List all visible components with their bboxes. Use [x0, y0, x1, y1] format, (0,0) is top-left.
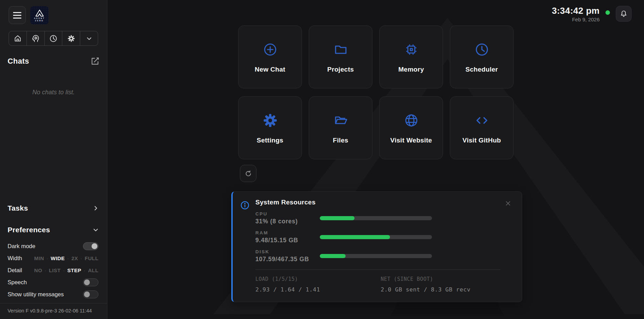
home-button[interactable]	[9, 31, 27, 45]
dark-mode-label: Dark mode	[8, 243, 35, 249]
plus-circle-icon	[263, 42, 278, 57]
refresh-button[interactable]	[240, 165, 256, 182]
card-label: Projects	[327, 66, 354, 73]
chats-empty-message: No chats to list.	[0, 89, 107, 96]
detail-option-list[interactable]: LIST	[49, 267, 61, 273]
ram-progress-track	[320, 235, 432, 239]
load-label: LOAD (1/5/15)	[255, 276, 381, 282]
ram-value: 9.48/15.15 GB	[255, 237, 320, 244]
chats-title: Chats	[8, 57, 29, 66]
disk-progress-fill	[320, 254, 346, 258]
disk-row: DISK 107.59/467.35 GB	[255, 249, 510, 263]
notifications-button[interactable]	[616, 6, 632, 22]
connection-status-dot	[605, 10, 610, 15]
version-text: Version F v0.9.8-pre-3 26-02-06 11:44	[8, 308, 99, 313]
chip-icon	[404, 42, 419, 57]
detail-label: Detail	[8, 267, 22, 274]
disk-progress-track	[320, 254, 432, 258]
sidebar-top: AGENT ZERO	[9, 6, 49, 24]
cpu-row: CPU 31% (8 cores)	[255, 211, 510, 225]
stats-row: LOAD (1/5/15) 2.93 / 1.64 / 1.41 NET (SI…	[255, 276, 510, 293]
folder-icon	[333, 42, 348, 57]
agent-memory-button[interactable]	[27, 31, 45, 45]
clock-icon	[474, 42, 489, 57]
card-label: Scheduler	[465, 66, 498, 73]
utility-messages-toggle[interactable]	[83, 290, 98, 298]
chevron-down-icon	[86, 35, 92, 42]
card-label: Settings	[257, 137, 283, 144]
panel-title: System Resources	[255, 199, 510, 206]
logo-triangle-icon	[35, 10, 44, 17]
close-icon[interactable]	[504, 199, 512, 208]
net-label: NET (SINCE BOOT)	[381, 276, 471, 282]
disk-label: DISK	[255, 249, 320, 254]
visit-github-card[interactable]: Visit GitHub	[450, 96, 514, 159]
code-icon	[474, 113, 489, 128]
system-resources-panel: System Resources CPU 31% (8 cores) RAM 9…	[231, 191, 522, 302]
width-option-min[interactable]: MIN	[34, 255, 44, 261]
home-icon	[14, 34, 22, 42]
hamburger-menu-button[interactable]	[9, 6, 26, 24]
folder-open-icon	[333, 113, 348, 128]
card-label: Visit Website	[390, 137, 432, 144]
panel-divider	[255, 269, 500, 270]
ram-progress-fill	[320, 235, 390, 239]
version-bar: Version F v0.9.8-pre-3 26-02-06 11:44	[0, 303, 107, 319]
visit-website-card[interactable]: Visit Website	[379, 96, 443, 159]
card-label: Memory	[398, 66, 424, 73]
option-separator: ·	[46, 255, 48, 261]
width-options: MIN · WIDE · 2X · FULL	[34, 255, 98, 261]
settings-button[interactable]	[62, 31, 80, 45]
disk-value: 107.59/467.35 GB	[255, 256, 320, 263]
option-separator: ·	[45, 267, 46, 273]
new-chat-card[interactable]: New Chat	[238, 25, 302, 88]
width-option-full[interactable]: FULL	[85, 255, 98, 261]
globe-icon	[404, 113, 419, 128]
sidebar: AGENT ZERO	[0, 0, 107, 319]
clock-block: 3:34:42 pm Feb 9, 2026	[552, 6, 600, 22]
detail-options: NO · LIST · STEP · ALL	[34, 267, 98, 273]
memory-card[interactable]: Memory	[379, 25, 443, 88]
width-option-wide[interactable]: WIDE	[51, 255, 65, 261]
projects-card[interactable]: Projects	[309, 25, 372, 88]
cpu-progress-track	[320, 216, 432, 220]
detail-option-all[interactable]: ALL	[88, 267, 98, 273]
scheduler-button[interactable]	[45, 31, 63, 45]
head-gear-icon	[31, 34, 40, 43]
width-label: Width	[8, 255, 22, 262]
detail-option-step[interactable]: STEP	[67, 267, 81, 273]
logo-text-zero: ZERO	[35, 20, 44, 22]
ram-row: RAM 9.48/15.15 GB	[255, 230, 510, 244]
pref-row-speech: Speech	[8, 276, 98, 288]
files-card[interactable]: Files	[309, 96, 372, 159]
new-chat-edit-icon[interactable]	[91, 57, 99, 66]
bell-icon	[620, 10, 627, 18]
cpu-label: CPU	[255, 211, 320, 216]
tasks-section-toggle[interactable]: Tasks	[8, 201, 99, 215]
load-value: 2.93 / 1.64 / 1.41	[255, 286, 381, 293]
speech-toggle[interactable]	[83, 278, 98, 286]
settings-card[interactable]: Settings	[238, 96, 302, 159]
toolbar-expand-button[interactable]	[80, 31, 98, 45]
dark-mode-toggle[interactable]	[83, 242, 98, 250]
preferences-title: Preferences	[8, 226, 50, 234]
ram-label: RAM	[255, 230, 320, 235]
gear-icon	[263, 113, 278, 128]
refresh-icon	[245, 170, 252, 177]
option-separator: ·	[81, 255, 82, 261]
agent-zero-logo[interactable]: AGENT ZERO	[30, 6, 49, 24]
pref-row-utility: Show utility messages	[8, 288, 98, 300]
tasks-title: Tasks	[8, 204, 28, 212]
detail-option-no[interactable]: NO	[34, 267, 42, 273]
card-label: Visit GitHub	[463, 137, 501, 144]
scheduler-card[interactable]: Scheduler	[450, 25, 514, 88]
clock-icon	[49, 34, 57, 43]
preferences-section-toggle[interactable]: Preferences	[8, 223, 99, 237]
chevron-right-icon	[93, 205, 99, 211]
option-separator: ·	[67, 255, 69, 261]
width-option-2x[interactable]: 2X	[72, 255, 78, 261]
option-separator: ·	[84, 267, 85, 273]
speech-label: Speech	[8, 279, 27, 286]
pref-row-detail: Detail NO · LIST · STEP · ALL	[8, 264, 98, 276]
sidebar-toolbar	[9, 31, 98, 46]
